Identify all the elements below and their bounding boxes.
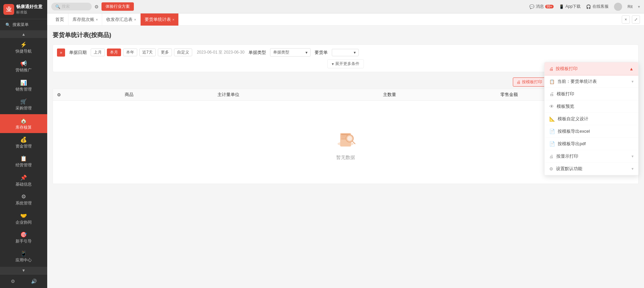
table-col-settings[interactable]: ⚙ bbox=[53, 89, 121, 101]
table-col-goods: 商品 bbox=[121, 89, 214, 101]
sidebar-search-item[interactable]: 🔍 搜索菜单 bbox=[0, 19, 47, 31]
tab-demand-stats[interactable]: 要货单统计表 × bbox=[141, 13, 179, 26]
sidebar-help-btn[interactable]: 🔊 bbox=[30, 277, 38, 285]
date-btn-current-month[interactable]: 本月 bbox=[107, 49, 121, 56]
username-label: Rit bbox=[627, 4, 633, 9]
sidebar-item-guide[interactable]: 🎯 新手引导 bbox=[0, 228, 47, 247]
quick-nav-icon: ⚡ bbox=[20, 41, 27, 48]
sidebar-item-basic-info[interactable]: 📌 基础信息 bbox=[0, 171, 47, 190]
date-btn-custom[interactable]: 自定义 bbox=[174, 49, 192, 56]
topbar-gear-btn[interactable]: ⚙ bbox=[94, 4, 99, 9]
svg-rect-3 bbox=[341, 136, 346, 137]
sidebar-item-system[interactable]: ⚙ 系统管理 bbox=[0, 190, 47, 209]
template-preview-icon: 👁 bbox=[549, 104, 554, 109]
tab-receipt-summary[interactable]: 收发存汇总表 × bbox=[102, 13, 140, 26]
date-btn-last-7-days[interactable]: 近7天 bbox=[139, 49, 156, 56]
app-logo-icon: 业 bbox=[3, 4, 14, 15]
app-download-btn[interactable]: 📱 App下载 bbox=[559, 4, 581, 9]
app-center-icon: 📱 bbox=[20, 250, 27, 257]
user-avatar[interactable] bbox=[614, 3, 622, 11]
collab-icon: 🤝 bbox=[20, 213, 27, 219]
sidebar-item-quick-nav[interactable]: ⚡ 快捷导航 bbox=[0, 38, 47, 57]
template-custom-icon: 📐 bbox=[549, 116, 555, 122]
dropdown-print-icon: 🖨 bbox=[549, 66, 554, 71]
topbar-cta-button[interactable]: 体验行业方案 bbox=[101, 2, 134, 11]
doc-type-chevron-icon: ▾ bbox=[305, 50, 308, 55]
template-custom-label: 模板自定义设计 bbox=[558, 116, 588, 122]
svg-point-6 bbox=[347, 136, 352, 141]
expand-more-btn[interactable]: ▾ 展开更多条件 bbox=[327, 59, 364, 68]
sidebar-item-inventory[interactable]: 🏠 库存核算 bbox=[0, 114, 47, 133]
sidebar-item-wechat[interactable]: 💬 企业微信 bbox=[0, 266, 47, 267]
operation-icon: 📋 bbox=[20, 155, 27, 162]
export-excel-icon: 📄 bbox=[549, 129, 555, 134]
display-print-label: 按显示打印 bbox=[556, 153, 578, 159]
filter-collapse-btn[interactable]: » bbox=[57, 49, 65, 57]
print-dropdown-panel: 🖨 按模板打印 ▲ 📋 当前：要货单统计表 ▾ 🖨 模板打印 👁 bbox=[544, 62, 639, 175]
dropdown-current-template[interactable]: 📋 当前：要货单统计表 ▾ bbox=[545, 75, 638, 88]
dropdown-item-export-pdf[interactable]: 📄 按模板导出pdf bbox=[545, 138, 638, 150]
doc-type-filter-label: 单据类型 bbox=[248, 50, 266, 56]
tab-batch-account[interactable]: 库存批次账 × bbox=[68, 13, 102, 26]
message-icon: 💬 bbox=[529, 4, 534, 9]
purchase-icon: 🛒 bbox=[20, 98, 27, 105]
user-dropdown-icon[interactable]: ▾ bbox=[638, 4, 640, 9]
sidebar-scroll-up-btn[interactable]: ▲ bbox=[0, 31, 47, 38]
demand-goods-select[interactable]: ▾ bbox=[332, 49, 359, 56]
tab-demand-stats-close[interactable]: × bbox=[172, 18, 174, 22]
doc-type-value: 单据类型 bbox=[273, 50, 289, 55]
online-service-btn[interactable]: 🎧 在线客服 bbox=[586, 4, 609, 9]
sidebar-scroll-down-btn[interactable]: ▼ bbox=[0, 267, 47, 274]
dropdown-up-icon[interactable]: ▲ bbox=[629, 66, 634, 71]
purchase-label: 采购管理 bbox=[16, 106, 32, 110]
sidebar-item-collab[interactable]: 🤝 企业协同 bbox=[0, 209, 47, 228]
dropdown-item-export-excel[interactable]: 📄 按模板导出excel bbox=[545, 125, 638, 138]
online-service-icon: 🎧 bbox=[586, 4, 591, 9]
operation-label: 经营管理 bbox=[16, 163, 32, 167]
current-template-chevron: ▾ bbox=[632, 79, 634, 84]
expand-more-icon: ▾ bbox=[332, 62, 334, 66]
sidebar-settings-btn[interactable]: ⚙ bbox=[9, 277, 17, 285]
sidebar-item-purchase[interactable]: 🛒 采购管理 bbox=[0, 95, 47, 114]
marketing-icon: 📢 bbox=[20, 60, 27, 67]
sidebar-item-marketing[interactable]: 📢 营销推广 bbox=[0, 57, 47, 76]
brand-name: 畅康通好生意 bbox=[16, 4, 42, 10]
default-func-label: 设置默认功能 bbox=[556, 166, 582, 172]
topbar-search-box[interactable]: 🔍 搜索 bbox=[51, 3, 92, 10]
dropdown-item-template-custom[interactable]: 📐 模板自定义设计 bbox=[545, 113, 638, 125]
tabs-close-all-btn[interactable]: × bbox=[622, 15, 630, 24]
basic-info-icon: 📌 bbox=[20, 174, 27, 181]
print-template-icon: 🖨 bbox=[517, 80, 521, 85]
template-print-label: 模板打印 bbox=[557, 91, 574, 97]
dropdown-item-template-preview[interactable]: 👁 模板预览 bbox=[545, 100, 638, 113]
date-btn-more[interactable]: 更多 bbox=[158, 49, 172, 56]
sidebar-item-finance[interactable]: 💰 资金管理 bbox=[0, 133, 47, 152]
app-center-label: 应用中心 bbox=[16, 258, 32, 262]
date-btn-current-year[interactable]: 本年 bbox=[123, 49, 137, 56]
sidebar-item-operation[interactable]: 📋 经营管理 bbox=[0, 152, 47, 171]
tab-home[interactable]: 首页 bbox=[51, 13, 68, 26]
demand-goods-chevron-icon: ▾ bbox=[354, 50, 356, 55]
guide-label: 新手引导 bbox=[16, 239, 32, 244]
sales-label: 销售管理 bbox=[16, 87, 32, 92]
dropdown-item-template-print[interactable]: 🖨 模板打印 bbox=[545, 88, 638, 100]
date-btn-last-month[interactable]: 上月 bbox=[91, 49, 105, 56]
page-title: 要货单统计表(按商品) bbox=[53, 31, 639, 39]
sidebar-nav: ⚡ 快捷导航 📢 营销推广 📊 销售管理 🛒 采购管理 🏠 库存核算 💰 资金管… bbox=[0, 38, 47, 267]
dropdown-header-title: 🖨 按模板打印 bbox=[549, 66, 578, 72]
tab-batch-account-close[interactable]: × bbox=[96, 18, 98, 22]
app-download-icon: 📱 bbox=[559, 4, 564, 9]
sidebar-item-sales[interactable]: 📊 销售管理 bbox=[0, 76, 47, 95]
tabs-maximize-btn[interactable]: ⤢ bbox=[632, 15, 640, 24]
export-pdf-label: 按模板导出pdf bbox=[558, 141, 586, 147]
dropdown-default-func[interactable]: ⚙ 设置默认功能 ▾ bbox=[545, 163, 638, 175]
print-template-label: 按模板打印 bbox=[522, 79, 542, 85]
tab-demand-stats-label: 要货单统计表 bbox=[145, 17, 171, 23]
dropdown-display-print[interactable]: 🖨 按显示打印 ▾ bbox=[545, 150, 638, 163]
tab-receipt-summary-close[interactable]: × bbox=[134, 18, 136, 22]
inventory-label: 库存核算 bbox=[16, 125, 32, 130]
message-btn[interactable]: 💬 消息 99+ bbox=[529, 4, 554, 9]
display-print-chevron: ▾ bbox=[632, 154, 634, 159]
sidebar-item-app-center[interactable]: 📱 应用中心 bbox=[0, 247, 47, 266]
doc-type-select[interactable]: 单据类型 ▾ bbox=[270, 48, 311, 57]
